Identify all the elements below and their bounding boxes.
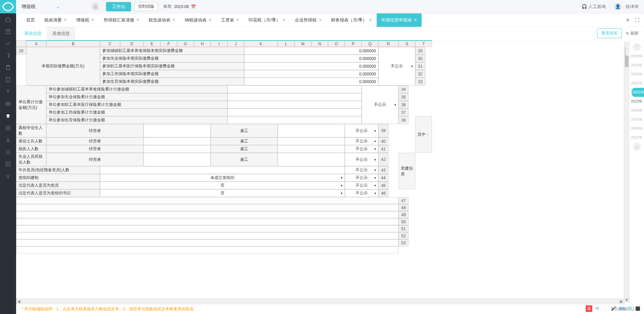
row-header-37[interactable]: 37 (398, 109, 409, 116)
year-2019年[interactable]: 2019年 (630, 61, 643, 70)
row-header-40[interactable]: 40 (378, 137, 388, 145)
col-header-B[interactable]: B (46, 40, 100, 47)
reset-report-button[interactable]: 重置报表 (597, 28, 622, 38)
row-header-53[interactable]: 53 (398, 239, 409, 246)
year-2024年[interactable]: 2024年 (630, 106, 643, 115)
row-header-38[interactable]: 38 (398, 116, 409, 124)
year-up-button[interactable]: ⌃ (633, 43, 641, 51)
year-2027年[interactable]: 2027年 (630, 133, 643, 142)
year-2018年[interactable]: 2018年 (630, 52, 643, 61)
vertical-scrollbar[interactable]: ▲ ▼ (624, 47, 629, 297)
tab-close-icon[interactable]: ✕ (64, 18, 67, 22)
subtab-basic[interactable]: 基础信息 (19, 27, 47, 40)
row-header-49[interactable]: 49 (398, 211, 409, 218)
nav-chart-icon[interactable] (0, 38, 16, 50)
year-2022年[interactable]: 2022年 (632, 88, 644, 97)
user-avatar[interactable]: 👤 (614, 3, 622, 10)
row-header-28[interactable]: 28 (16, 47, 26, 55)
col-header-N[interactable]: N (311, 40, 328, 47)
year-2021年[interactable]: 2021年 (630, 79, 643, 88)
tab-close-icon[interactable]: ✕ (282, 18, 285, 22)
tab-税表清册[interactable]: 税表清册✕ (40, 13, 71, 27)
ime-keyboard-icon[interactable]: ⌨ (619, 306, 625, 312)
year-2023年[interactable]: 2023年 (630, 97, 643, 106)
col-header-E[interactable]: E (144, 40, 160, 47)
col-header-P[interactable]: P (345, 40, 362, 47)
tab-close-icon[interactable]: ✕ (319, 18, 322, 22)
col-header-C[interactable]: C (100, 40, 120, 47)
year-2026年[interactable]: 2026年 (630, 124, 643, 133)
nav-grid-icon[interactable] (0, 98, 16, 110)
row-header-44[interactable]: 44 (378, 174, 388, 182)
row-header-36[interactable]: 36 (398, 101, 409, 109)
nav-play-icon[interactable] (0, 158, 16, 170)
row-header-46[interactable]: 46 (378, 189, 388, 197)
nav-calc-icon[interactable] (0, 74, 16, 86)
nav-home-icon[interactable] (0, 13, 16, 25)
tab-纳税波动表[interactable]: 纳税波动表✕ (180, 13, 216, 27)
row-header-35[interactable]: 35 (398, 93, 409, 101)
row-header-48[interactable]: 48 (398, 204, 409, 211)
nav-active-icon[interactable] (0, 110, 16, 122)
col-header-O[interactable]: O (328, 40, 345, 47)
year-down-button[interactable]: ⌄ (633, 143, 641, 151)
col-header-corner[interactable] (16, 40, 26, 47)
nav-clipboard-icon[interactable] (0, 62, 16, 74)
year-2025年[interactable]: 2025年 (630, 115, 643, 124)
company-selector[interactable]: 增值税 ⌄ (21, 3, 89, 10)
col-header-T[interactable]: T (415, 40, 432, 47)
nav-link-icon[interactable] (0, 122, 16, 134)
old-version-button[interactable]: 切到旧版 (135, 2, 158, 11)
subtab-other[interactable]: 其他信息 (47, 27, 75, 40)
row-header-30[interactable]: 30 (415, 55, 425, 62)
row-header-39[interactable]: 39 (378, 124, 388, 137)
nav-settings-icon[interactable] (0, 146, 16, 158)
row-header-31[interactable]: 31 (415, 62, 425, 70)
tab-close-icon[interactable]: ✕ (136, 18, 139, 22)
tab-年报信息申报表[interactable]: 年报信息申报表✕ (377, 13, 422, 27)
col-header-R[interactable]: R (378, 40, 398, 47)
col-header-H[interactable]: H (194, 40, 211, 47)
nav-text-icon[interactable] (0, 86, 16, 98)
close-all-tabs-icon[interactable]: ✕ (625, 17, 631, 23)
tab-close-icon[interactable]: ✕ (236, 18, 239, 22)
ime-punct-icon[interactable]: ， (602, 306, 608, 312)
scroll-right-arrow[interactable]: ▶ (619, 299, 624, 304)
tab-税负波动表[interactable]: 税负波动表✕ (144, 13, 180, 27)
col-header-K[interactable]: K (244, 40, 278, 47)
tab-增值税[interactable]: 增值税✕ (71, 13, 99, 27)
col-header-S[interactable]: S (398, 40, 415, 47)
row-header-34[interactable]: 34 (398, 85, 409, 93)
col-header-Q[interactable]: Q (362, 40, 378, 47)
ime-mic-icon[interactable]: 🎤 (610, 306, 616, 312)
row-header-45[interactable]: 45 (378, 182, 388, 189)
ime-lang-icon[interactable]: 中 (594, 306, 600, 312)
ime-tool-icon[interactable]: ⬛ (635, 306, 641, 312)
tab-企业所得税[interactable]: 企业所得税✕ (290, 13, 326, 27)
scroll-down-arrow[interactable]: ▼ (624, 297, 629, 303)
row-header-51[interactable]: 51 (398, 225, 409, 232)
year-2020年[interactable]: 2020年 (630, 70, 643, 79)
col-header-F[interactable]: F (160, 40, 177, 47)
col-header-L[interactable]: L (278, 40, 294, 47)
tab-close-icon[interactable]: ✕ (369, 18, 372, 22)
horizontal-scrollbar[interactable]: ◀ ▶ (16, 299, 624, 304)
row-header-47[interactable]: 47 (398, 197, 409, 204)
ime-sogou-icon[interactable]: S (586, 305, 592, 312)
note-button[interactable]: ▤ (91, 3, 99, 11)
ime-skin-icon[interactable]: 👕 (627, 306, 633, 312)
col-header-D[interactable]: D (120, 40, 144, 47)
row-header-32[interactable]: 32 (415, 70, 425, 78)
tab-印花税（月/季）[interactable]: 印花税（月/季）✕ (244, 13, 290, 27)
row-header-42[interactable]: 42 (378, 153, 388, 166)
help-link[interactable]: 🎧 人工咨询 (582, 4, 606, 10)
scroll-left-arrow[interactable]: ◀ (16, 299, 21, 304)
row-header-41[interactable]: 41 (378, 145, 388, 153)
nav-money-icon[interactable] (0, 50, 16, 62)
tab-所得税汇算清缴[interactable]: 所得税汇算清缴✕ (99, 13, 144, 27)
year-panel-toggle[interactable]: ‹ (626, 42, 630, 56)
tab-close-icon[interactable]: ✕ (414, 18, 417, 22)
col-header-M[interactable]: M (294, 40, 311, 47)
worktable-button[interactable]: 工作台 (106, 2, 131, 11)
row-header-29[interactable]: 29 (415, 47, 425, 55)
